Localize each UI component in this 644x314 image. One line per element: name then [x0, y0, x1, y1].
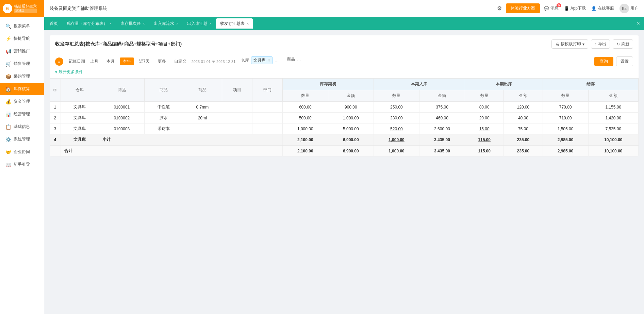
- trial-button[interactable]: 体验行业方案: [506, 3, 540, 13]
- filter-settings-button[interactable]: 设置: [616, 56, 633, 66]
- filter-bar: » 记账日期 上月 本月 本年 近7天 更多 自定义 2023-01-01 至 …: [50, 53, 639, 79]
- tab-inout-summary[interactable]: 出入库汇总×: [183, 18, 216, 29]
- sidebar-item-inventory[interactable]: 🏠库存核算: [0, 83, 44, 95]
- print-icon: 🖨: [555, 42, 559, 47]
- total-open-amt: 6,900.00: [328, 145, 374, 156]
- sidebar-item-system[interactable]: ⚙️系统管理: [0, 133, 44, 146]
- date-range-display: 2023-01-01 至 2023-12-31: [192, 59, 236, 64]
- total-close-qty: 2,985.00: [543, 145, 588, 156]
- service-item[interactable]: 👤 在线客服: [591, 5, 614, 11]
- tab-close-collect-summary[interactable]: ×: [247, 22, 249, 26]
- total-label: 合计: [61, 145, 282, 156]
- row-out-amt: 40.00: [504, 113, 543, 123]
- inventory-icon: 🏠: [5, 86, 11, 92]
- tab-inout-flow[interactable]: 出入库流水×: [150, 18, 182, 29]
- date-btn-custom[interactable]: 自定义: [171, 57, 189, 65]
- user-item[interactable]: Ea 用户: [620, 4, 639, 13]
- subtotal-close-amt: 10,100.00: [588, 134, 638, 146]
- row-open-qty: 600.00: [282, 102, 328, 113]
- row-project: [222, 123, 252, 134]
- refresh-button[interactable]: ↻ 刷新: [613, 39, 633, 49]
- tab-stock-dist[interactable]: 现存量（库存分布表）×: [63, 18, 116, 29]
- print-template-button[interactable]: 🖨 按模板打印 ▾: [551, 39, 588, 49]
- row-close-qty: 710.00: [543, 113, 588, 123]
- expand-arrow-button[interactable]: »: [55, 57, 63, 66]
- search-icon: 🔍: [5, 23, 11, 29]
- sidebar-item-quicknav[interactable]: ⚡快捷导航: [0, 32, 44, 45]
- tab-close-inout-flow[interactable]: ×: [176, 22, 178, 26]
- row-dept: [252, 102, 282, 113]
- subtotal-warehouse: 文具库: [61, 134, 99, 146]
- sidebar-item-collab[interactable]: 🤝企业协同: [0, 146, 44, 158]
- tab-batch-ledger[interactable]: 库存批次账×: [116, 18, 149, 29]
- row-open-qty: 500.00: [282, 113, 328, 123]
- sidebar-item-guide[interactable]: 📖新手引导: [0, 158, 44, 171]
- filter-right: 仓库 文具库 × ... 商品 ... 查询 设置: [241, 56, 633, 66]
- message-icon-item[interactable]: 💬 消息 6: [544, 5, 559, 11]
- quicknav-icon: ⚡: [5, 36, 11, 42]
- page-title: 收发存汇总表(按仓库+商品编码+商品+规格型号+项目+部门): [55, 41, 182, 47]
- goods-more[interactable]: ...: [297, 57, 301, 62]
- close-all-tabs[interactable]: ×: [634, 20, 643, 27]
- settings-icon[interactable]: ⚙: [497, 5, 502, 12]
- th-out-group: 本期出库: [465, 79, 543, 90]
- date-btn-last-month[interactable]: 上月: [87, 57, 101, 65]
- subtotal-open-amt: 6,900.00: [328, 134, 374, 146]
- tab-close-stock-dist[interactable]: ×: [110, 22, 112, 26]
- tab-home[interactable]: 首页: [46, 18, 62, 29]
- th-spec: 商品: [183, 79, 222, 102]
- page-actions: 🖨 按模板打印 ▾ ↑ 导出 ↻ 刷新: [551, 39, 633, 49]
- row-close-amt: 1,155.00: [588, 102, 638, 113]
- th-open-qty: 数量: [282, 90, 328, 102]
- sidebar-item-search[interactable]: 🔍搜索菜单: [0, 20, 44, 32]
- tab-close-inout-summary[interactable]: ×: [210, 22, 212, 26]
- sidebar-item-label: 库存核算: [14, 86, 30, 92]
- row-code: 0100003: [99, 123, 145, 134]
- date-btn-more[interactable]: 更多: [155, 57, 169, 65]
- tab-collect-summary[interactable]: 收发存汇总表×: [216, 18, 253, 29]
- table-row: 3 文具库 0100003 采访本 1,000.00 5,000.00 520.…: [50, 123, 639, 134]
- subtotal-label: 小计: [99, 134, 282, 146]
- row-in-amt: 460.00: [419, 113, 465, 123]
- row-spec: [183, 123, 222, 134]
- date-btn-7days[interactable]: 近7天: [136, 57, 153, 65]
- sidebar-item-label: 资金管理: [14, 99, 30, 104]
- expand-more-conditions[interactable]: ▾ 展开更多条件: [55, 69, 633, 75]
- sidebar-item-sales[interactable]: 🛒销售管理: [0, 57, 44, 70]
- total-open-qty: 2,100.00: [282, 145, 328, 156]
- sales-icon: 🛒: [5, 61, 11, 67]
- sidebar-item-basic[interactable]: 📋基础信息: [0, 120, 44, 133]
- row-spec: 0.7mm: [183, 102, 222, 113]
- row-open-amt: 1,000.00: [328, 113, 374, 123]
- warehouse-tag-close[interactable]: ×: [268, 58, 270, 63]
- th-in-qty: 数量: [374, 90, 419, 102]
- tab-close-batch-ledger[interactable]: ×: [143, 22, 145, 26]
- export-button[interactable]: ↑ 导出: [591, 39, 610, 49]
- message-icon: 💬: [544, 6, 549, 11]
- sidebar-item-purchase[interactable]: 📦采购管理: [0, 70, 44, 83]
- sidebar-item-marketing[interactable]: 📢营销推广: [0, 45, 44, 57]
- query-button[interactable]: 查询: [594, 57, 613, 66]
- tab-label: 出入库流水: [154, 21, 174, 27]
- row-open-amt: 5,000.00: [328, 123, 374, 134]
- date-btn-this-year[interactable]: 本年: [120, 57, 134, 65]
- row-in-qty: 520.00: [374, 123, 419, 134]
- sidebar-item-finance[interactable]: 💰资金管理: [0, 95, 44, 108]
- app-download-item[interactable]: 📱 App下载: [564, 5, 586, 11]
- main-content: 装备及固定资产辅助管理系统 ⚙ 体验行业方案 💬 消息 6 📱 App下载 👤 …: [44, 0, 644, 314]
- th-out-qty: 数量: [465, 90, 504, 102]
- page-content: 收发存汇总表(按仓库+商品编码+商品+规格型号+项目+部门) 🖨 按模板打印 ▾…: [44, 30, 644, 314]
- warehouse-more[interactable]: ...: [275, 58, 279, 63]
- sidebar-item-operations[interactable]: 📊经营管理: [0, 108, 44, 120]
- row-no: 3: [50, 123, 61, 134]
- th-close-amt: 金额: [588, 90, 638, 102]
- row-open-amt: 900.00: [328, 102, 374, 113]
- tab-label: 首页: [50, 21, 58, 27]
- th-dept: 部门: [252, 79, 282, 102]
- warehouse-filter-col: 仓库 文具库 × ...: [241, 56, 279, 64]
- subtotal-out-amt: 235.00: [504, 134, 543, 146]
- th-project: 项目: [222, 79, 252, 102]
- table-settings-icon[interactable]: ⚙: [50, 79, 61, 102]
- sidebar-item-label: 营销推广: [14, 48, 30, 54]
- date-btn-this-month[interactable]: 本月: [103, 57, 118, 65]
